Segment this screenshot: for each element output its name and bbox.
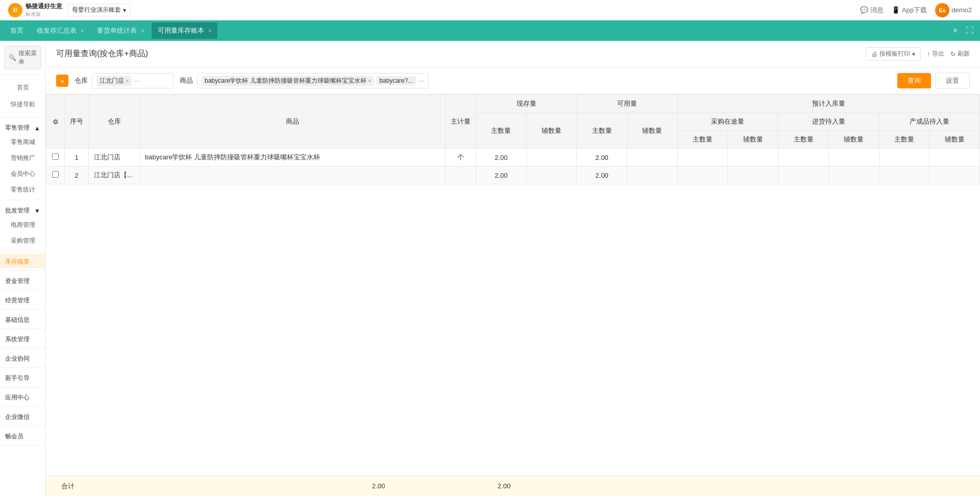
table-wrapper[interactable]: ⚙ 序号 仓库 商品 主计量 现存量 可用量 预计入库量 主数量 辅数量 主数量 bbox=[46, 95, 980, 496]
sidebar-section-finance: 资金管理 bbox=[0, 271, 45, 290]
sidebar-section-collab-title[interactable]: 企业协同 bbox=[0, 350, 45, 365]
col-header-arrival-main: 主数量 bbox=[778, 131, 829, 149]
print-icon: 🖨 bbox=[871, 51, 877, 58]
sidebar-section-inventory: 库存核算 bbox=[0, 251, 45, 271]
warehouse-tag-close[interactable]: × bbox=[126, 78, 129, 84]
sidebar-search-area: 🔍 搜索菜单 bbox=[0, 41, 45, 75]
row-produce-aux bbox=[929, 167, 980, 184]
tab-bar-right: × ⛶ bbox=[951, 24, 976, 37]
filter-expand-btn[interactable]: » bbox=[56, 75, 68, 87]
row-available-aux bbox=[627, 149, 678, 167]
sidebar-item-guide[interactable]: 快捷导航 bbox=[0, 96, 45, 113]
sidebar-item-home[interactable]: 首页 bbox=[0, 79, 45, 96]
row-available-main: 2.00 bbox=[577, 149, 627, 167]
print-btn[interactable]: 🖨 按模板打印 ▾ bbox=[866, 47, 921, 61]
sidebar-section-basic-title[interactable]: 基础信息 bbox=[0, 312, 45, 326]
fullscreen-icon[interactable]: ⛶ bbox=[964, 24, 976, 37]
export-icon: ↑ bbox=[927, 51, 930, 58]
sidebar-item-purchase[interactable]: 采购管理 bbox=[0, 233, 45, 249]
filter-actions: 查询 设置 bbox=[897, 73, 970, 89]
sidebar-section-vip: 畅会员 bbox=[0, 426, 45, 445]
tab-bar: 首页 收发存汇总表 × 要货单统计表 × 可用量库存账本 × × ⛶ bbox=[0, 20, 980, 41]
sidebar-item-retail-mall[interactable]: 零售商城 bbox=[0, 134, 45, 150]
tab-available[interactable]: 可用量库存账本 × bbox=[152, 22, 217, 39]
col-header-goods: 商品 bbox=[140, 95, 446, 149]
row-arrival-aux bbox=[828, 167, 879, 184]
sidebar-section-app-center-title[interactable]: 应用中心 bbox=[0, 389, 45, 404]
goods-tag2: babycare?... bbox=[376, 76, 416, 85]
refresh-icon: ↻ bbox=[950, 51, 955, 58]
col-header-stock-group: 现存量 bbox=[476, 95, 576, 113]
sidebar-section-system-title[interactable]: 系统管理 bbox=[0, 331, 45, 346]
col-header-arrival-aux: 辅数量 bbox=[828, 131, 879, 149]
message-btn[interactable]: 💬 消息 bbox=[860, 6, 884, 15]
close-all-icon[interactable]: × bbox=[951, 24, 960, 37]
avatar: Ea bbox=[935, 3, 949, 17]
filter-bar: » 仓库 江北门店 × ··· 商品 babycare学饮杯 儿童防摔防撞吸管杯… bbox=[46, 67, 980, 95]
sidebar-item-retail-stats[interactable]: 零售统计 bbox=[0, 182, 45, 198]
sidebar-section-wholesale-title[interactable]: 批发管理 ▼ bbox=[0, 202, 45, 217]
col-header-purchase-sub: 采购在途量 bbox=[677, 113, 778, 131]
industry-selector[interactable]: 母婴行业演示账套 ▾ bbox=[67, 4, 131, 16]
tab-receive-close[interactable]: × bbox=[81, 28, 84, 34]
row-purchase-aux bbox=[728, 167, 778, 184]
settings-icon[interactable]: ⚙ bbox=[53, 118, 59, 126]
col-header-settings: ⚙ bbox=[46, 95, 65, 149]
goods-tag1-close[interactable]: × bbox=[368, 78, 371, 84]
row-goods bbox=[140, 167, 446, 184]
warehouse-more-icon[interactable]: ··· bbox=[134, 77, 140, 85]
expand-icon: ▼ bbox=[34, 207, 40, 215]
col-header-stock-main: 主数量 bbox=[476, 113, 526, 149]
sidebar-search-btn[interactable]: 🔍 搜索菜单 bbox=[4, 46, 41, 69]
sidebar-section-finance-title[interactable]: 资金管理 bbox=[0, 273, 45, 288]
tab-receive[interactable]: 收发存汇总表 × bbox=[31, 22, 90, 39]
row-available-aux bbox=[627, 167, 678, 184]
summary-available-main: 2.00 bbox=[473, 482, 535, 490]
tab-available-close[interactable]: × bbox=[208, 28, 211, 34]
sidebar-section-operation-title[interactable]: 经营管理 bbox=[0, 292, 45, 307]
row-arrival-aux bbox=[828, 149, 879, 167]
logo-text: 畅捷通好生意 标准版 bbox=[26, 2, 62, 18]
sidebar-nav: 首页 快捷导航 bbox=[0, 75, 45, 117]
col-header-purchase-aux: 辅数量 bbox=[728, 131, 778, 149]
summary-stock-main: 2.00 bbox=[347, 482, 410, 490]
refresh-btn[interactable]: ↻ 刷新 bbox=[950, 50, 970, 58]
sidebar-section-retail-title[interactable]: 零售管理 ▲ bbox=[0, 120, 45, 134]
row-checkbox[interactable] bbox=[46, 167, 65, 184]
app-download-btn[interactable]: 📱 App下载 bbox=[892, 6, 927, 15]
goods-more-icon[interactable]: ··· bbox=[418, 77, 424, 85]
row-unit: 个 bbox=[445, 149, 476, 167]
chevron-down-icon2: ▾ bbox=[912, 51, 915, 58]
sidebar-section-wechat-title[interactable]: 企业微信 bbox=[0, 409, 45, 423]
user-profile[interactable]: Ea demo2 bbox=[935, 3, 972, 17]
table-row[interactable]: 2 江北门店【... 2.00 2.00 bbox=[46, 167, 980, 184]
table-row[interactable]: 1 江北门店 babycare学饮杯 儿童防摔防撞吸管杯重力球吸嘴杯宝宝水杯 个… bbox=[46, 149, 980, 167]
sidebar-section-system: 系统管理 bbox=[0, 329, 45, 348]
sidebar-item-ecom[interactable]: 电商管理 bbox=[0, 217, 45, 233]
chevron-down-icon: ▾ bbox=[123, 7, 126, 14]
sidebar-section-app-center: 应用中心 bbox=[0, 387, 45, 407]
summary-row: 合计 2.00 2.00 bbox=[46, 476, 980, 496]
warehouse-input[interactable]: 江北门店 × ··· bbox=[92, 73, 174, 88]
query-btn[interactable]: 查询 bbox=[897, 73, 931, 88]
sidebar-section-newbie-title[interactable]: 新手引导 bbox=[0, 370, 45, 385]
col-header-produce-aux: 辅数量 bbox=[929, 131, 980, 149]
row-arrival-main bbox=[778, 167, 829, 184]
sidebar-item-retail-promo[interactable]: 营销推广 bbox=[0, 150, 45, 166]
table-body: 1 江北门店 babycare学饮杯 儿童防摔防撞吸管杯重力球吸嘴杯宝宝水杯 个… bbox=[46, 149, 980, 184]
row-produce-aux bbox=[929, 149, 980, 167]
export-btn[interactable]: ↑ 导出 bbox=[927, 50, 944, 58]
settings-btn[interactable]: 设置 bbox=[935, 73, 970, 89]
sidebar-item-member-center[interactable]: 会员中心 bbox=[0, 166, 45, 182]
sidebar-section-vip-title[interactable]: 畅会员 bbox=[0, 428, 45, 443]
row-checkbox[interactable] bbox=[46, 149, 65, 167]
goods-input[interactable]: babycare学饮杯 儿童防摔防撞吸管杯重力球吸嘴杯宝宝水杯 × babyca… bbox=[197, 73, 429, 88]
sidebar-section-inventory-title[interactable]: 库存核算 bbox=[0, 253, 45, 268]
tab-order[interactable]: 要货单统计表 × bbox=[91, 22, 150, 39]
tab-home[interactable]: 首页 bbox=[4, 22, 30, 39]
warehouse-tag: 江北门店 × bbox=[96, 76, 132, 86]
page-title: 可用量查询(按仓库+商品) bbox=[56, 49, 148, 65]
tab-order-close[interactable]: × bbox=[141, 28, 144, 34]
sidebar-section-wholesale: 批发管理 ▼ 电商管理 采购管理 bbox=[0, 200, 45, 251]
logo-area: 好 畅捷通好生意 标准版 bbox=[8, 2, 62, 18]
